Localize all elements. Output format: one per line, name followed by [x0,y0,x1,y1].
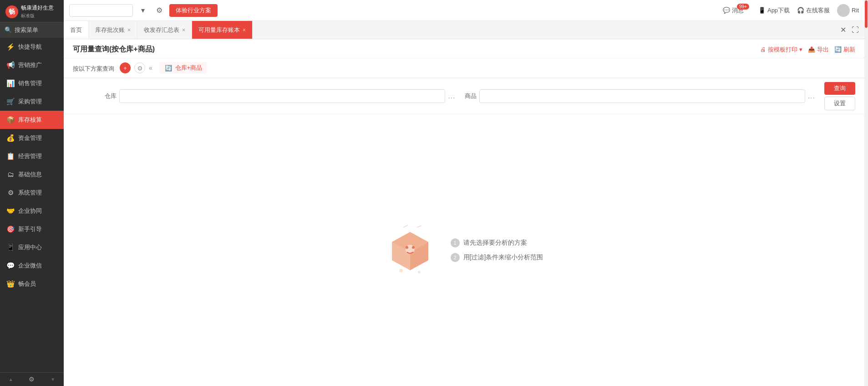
sidebar-item-basic[interactable]: 🗂 基础信息 [0,165,64,184]
nav-icon-inventory: 📦 [6,116,15,124]
print-dropdown-icon: ▾ [799,46,802,53]
svg-point-6 [412,246,415,249]
empty-state: 1 请先选择要分析的方案 2 用[过滤]条件来缩小分析范围 [385,223,543,278]
sidebar-item-purchase[interactable]: 🛒 采购管理 [0,93,64,111]
tip-text-1: 请先选择要分析的方案 [463,239,527,247]
topbar-right: 💬 消息 99+ 📱 App下载 🎧 在线客服 Rit [723,4,859,17]
print-template-btn[interactable]: 🖨 按模板打印 ▾ [760,46,802,54]
topbar-left: ▾ ⚙ 体验行业方案 [69,4,718,17]
warehouse-dots-btn[interactable]: ... [448,92,455,100]
topbar-message[interactable]: 💬 消息 99+ [723,6,744,15]
fields-settings-btn[interactable]: 设置 [824,97,855,110]
tab-close-current-btn[interactable]: ✕ [838,24,848,36]
logo-icon: 畅 [5,5,18,18]
page-actions: 🖨 按模板打印 ▾ 📤 导出 🔄 刷新 [760,46,855,54]
nav-label-basic: 基础信息 [18,170,42,179]
username-label: Rit [852,7,859,14]
warehouse-field-group: 仓库 ... [105,89,456,103]
message-icon: 💬 [723,7,730,14]
content-area: 1 请先选择要分析的方案 2 用[过滤]条件来缩小分析范围 [64,114,864,386]
sidebar-settings-icon[interactable]: ⚙ [29,376,35,383]
tab-available-qty[interactable]: 可用量库存账本 × [192,21,253,39]
empty-tip-1: 1 请先选择要分析的方案 [451,238,543,247]
query-btn[interactable]: 查询 [824,82,855,95]
nav-label-wechat: 企业微信 [18,262,42,270]
nav-label-quick-nav: 快捷导航 [18,43,42,51]
topbar-customer-service[interactable]: 🎧 在线客服 [797,6,830,15]
scroll-down-arrow[interactable]: ▼ [49,376,56,383]
filter-settings-btn[interactable]: ⊙ [134,62,145,73]
nav-label-app-center: 应用中心 [18,243,42,252]
scrollbar-thumb[interactable] [865,0,868,28]
nav-icon-app-center: 📱 [6,243,15,252]
sidebar-item-sales[interactable]: 📊 销售管理 [0,74,64,93]
filter-collapse-btn[interactable]: « [149,64,152,72]
filter-fields-row: 仓库 ... 商品 ... 查询 设置 [64,78,864,114]
topbar: ▾ ⚙ 体验行业方案 💬 消息 99+ 📱 App下载 🎧 在线客服 [64,0,864,21]
nav-label-newbie: 新手引导 [18,225,42,233]
scroll-up-arrow[interactable]: ▲ [7,376,15,383]
sidebar-item-enterprise[interactable]: 🤝 企业协同 [0,202,64,220]
sidebar-logo: 畅 畅康通好生意 标准版 [0,0,64,22]
tip-num-2: 2 [451,253,460,262]
tab-receipt-summary-label: 收发存汇总表 [144,26,179,34]
nav-icon-marketing: 📢 [6,61,15,69]
experience-industry-button[interactable]: 体验行业方案 [169,4,218,17]
product-input[interactable] [479,89,805,103]
sidebar-item-system[interactable]: ⚙ 系统管理 [0,184,64,202]
nav-label-purchase: 采购管理 [18,98,42,106]
nav-icon-sales: 📊 [6,79,15,87]
page-title: 可用量查询(按仓库+商品) [73,45,155,54]
sidebar-item-quick-nav[interactable]: ⚡ 快捷导航 [0,38,64,56]
tab-receipt-summary-close[interactable]: × [182,27,185,33]
app-edition: 标准版 [21,13,54,19]
topbar-app-download[interactable]: 📱 App下载 [758,6,790,15]
warehouse-field-label: 仓库 [105,92,117,100]
nav-icon-basic: 🗂 [6,170,15,179]
product-dots-btn[interactable]: ... [808,92,815,100]
export-btn[interactable]: 📤 导出 [808,46,829,54]
message-badge: 99+ [737,4,749,10]
sidebar-item-operations[interactable]: 📋 经营管理 [0,147,64,165]
print-icon: 🖨 [760,46,766,53]
svg-point-9 [399,269,403,273]
scheme-item-label: 仓库+商品 [175,64,203,72]
sidebar-item-finance[interactable]: 💰 资金管理 [0,129,64,147]
filter-add-btn[interactable]: + [120,62,131,73]
sidebar-item-wechat[interactable]: 💬 企业微信 [0,257,64,275]
customer-service-label: 在线客服 [806,6,830,15]
topbar-search-input[interactable] [69,4,133,17]
product-field-group: 商品 ... [465,89,816,103]
topbar-user[interactable]: Rit [837,4,859,17]
tab-expand-btn[interactable]: ⛶ [850,24,861,36]
sidebar-item-app-center[interactable]: 📱 应用中心 [0,238,64,257]
tabs-bar: 首页 库存批次账 × 收发存汇总表 × 可用量库存账本 × ✕ ⛶ [64,21,864,39]
sidebar-item-inventory[interactable]: 📦 库存核算 [0,111,64,129]
tab-available-qty-close[interactable]: × [243,27,246,33]
warehouse-input[interactable] [119,89,445,103]
empty-illustration [385,223,440,278]
refresh-btn[interactable]: 🔄 刷新 [834,46,855,54]
topbar-dropdown-btn[interactable]: ▾ [137,4,149,17]
tab-batch-account[interactable]: 库存批次账 × [89,21,137,39]
tab-batch-account-label: 库存批次账 [95,26,125,34]
tab-batch-account-close[interactable]: × [127,27,131,33]
scheme-item-warehouse-product[interactable]: 🔄 仓库+商品 [160,62,207,74]
tip-num-1: 1 [451,238,460,247]
nav-icon-finance: 💰 [6,134,15,142]
tab-home[interactable]: 首页 [64,21,89,39]
sidebar-item-member[interactable]: 👑 畅会员 [0,275,64,293]
empty-tip-2: 2 用[过滤]条件来缩小分析范围 [451,253,543,262]
nav-label-sales: 销售管理 [18,79,42,87]
svg-point-10 [418,271,421,273]
filter-label: 按以下方案查询 [73,65,114,73]
nav-label-member: 畅会员 [18,280,36,288]
sidebar-item-marketing[interactable]: 📢 营销推广 [0,56,64,74]
nav-label-finance: 资金管理 [18,134,42,142]
sidebar-search[interactable]: 🔍 搜索菜单 [0,22,64,38]
empty-tips: 1 请先选择要分析的方案 2 用[过滤]条件来缩小分析范围 [451,238,543,262]
sidebar-nav: ⚡ 快捷导航 📢 营销推广 📊 销售管理 🛒 采购管理 📦 库存核算 💰 资金管… [0,38,64,372]
tab-receipt-summary[interactable]: 收发存汇总表 × [137,21,192,39]
sidebar-item-newbie[interactable]: 🎯 新手引导 [0,220,64,238]
topbar-gear-btn[interactable]: ⚙ [153,4,166,17]
